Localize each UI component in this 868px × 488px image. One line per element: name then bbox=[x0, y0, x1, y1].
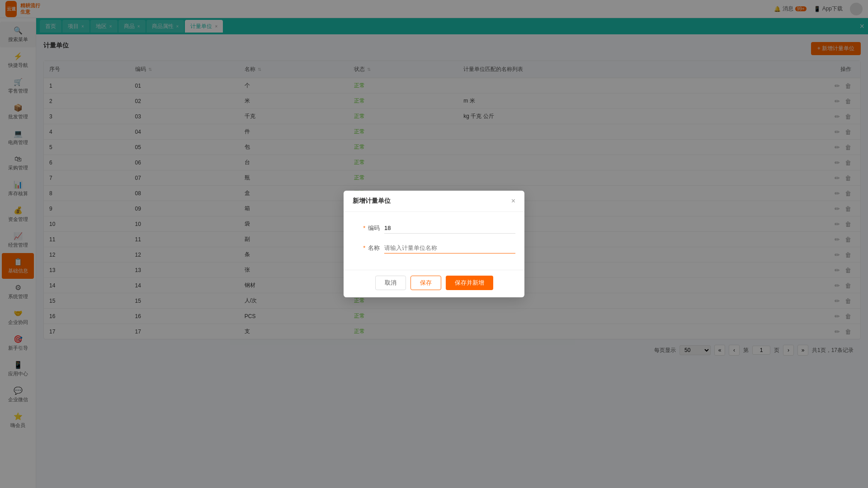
add-unit-modal: 新增计量单位 × * 编码 * 名称 取消 保存 保存并新增 bbox=[344, 191, 524, 297]
code-label: * 编码 bbox=[353, 224, 380, 232]
name-label: * 名称 bbox=[353, 244, 380, 252]
cancel-button[interactable]: 取消 bbox=[375, 276, 406, 290]
name-field-group: * 名称 bbox=[353, 243, 515, 253]
modal-header: 新增计量单位 × bbox=[344, 191, 524, 212]
modal-close-button[interactable]: × bbox=[511, 197, 515, 205]
modal-body: * 编码 * 名称 bbox=[344, 212, 524, 270]
modal-overlay[interactable]: 新增计量单位 × * 编码 * 名称 取消 保存 保存并新增 bbox=[0, 0, 868, 488]
modal-title: 新增计量单位 bbox=[353, 197, 391, 205]
name-input[interactable] bbox=[384, 243, 515, 253]
modal-footer: 取消 保存 保存并新增 bbox=[344, 270, 524, 297]
code-input[interactable] bbox=[384, 223, 515, 234]
code-field-group: * 编码 bbox=[353, 223, 515, 234]
save-and-new-button[interactable]: 保存并新增 bbox=[446, 276, 493, 290]
save-button[interactable]: 保存 bbox=[410, 276, 441, 290]
